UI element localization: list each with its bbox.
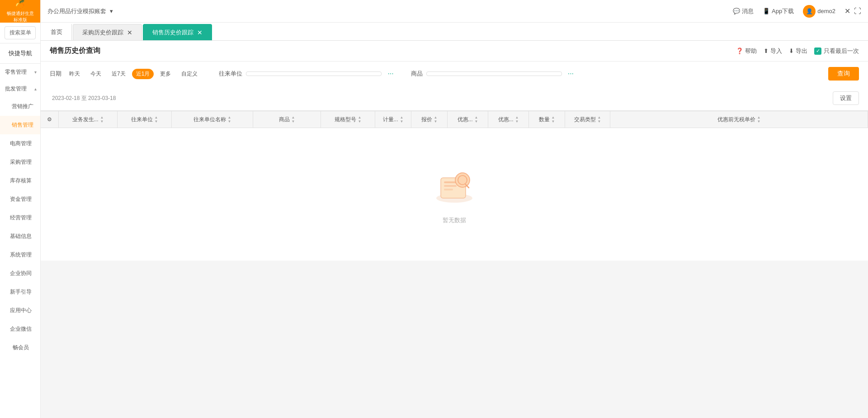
empty-illustration — [432, 164, 477, 209]
date-btn-today[interactable]: 今天 — [86, 69, 105, 79]
th-partner[interactable]: 往来单位 ▲▼ — [118, 111, 172, 128]
partner-input[interactable] — [246, 71, 382, 76]
sidebar-item-sales-mgmt[interactable]: 销售管理 — [0, 116, 40, 134]
filter-area: 日期 昨天 今天 近7天 近1月 更多 自定义 往来单位 ··· — [41, 62, 868, 111]
tab-sales-history[interactable]: 销售历史价跟踪 ✕ — [143, 24, 212, 40]
topbar-left: 办公用品行业模拟账套 ▾ — [47, 7, 113, 15]
th-gear[interactable]: ⚙ — [41, 111, 59, 128]
th-qty-label: 数量 — [539, 116, 550, 124]
th-trade[interactable]: 交易类型 ▲▼ — [565, 111, 610, 128]
sidebar-item-wechat[interactable]: 企业微信 — [0, 320, 40, 338]
partner-filter-label: 往来单位 — [219, 70, 242, 78]
date-btn-1month[interactable]: 近1月 — [132, 69, 154, 79]
th-spec[interactable]: 规格型号 ▲▼ — [321, 111, 375, 128]
tab-sales-close-icon[interactable]: ✕ — [197, 29, 203, 36]
export-icon: ⬇ — [789, 48, 794, 54]
window-controls: ✕ ⛶ — [844, 7, 861, 15]
sort-icon-unit: ▲▼ — [400, 116, 404, 124]
topbar-dropdown-button[interactable]: ▾ — [110, 8, 113, 14]
th-business[interactable]: 业务发生... ▲▼ — [59, 111, 118, 128]
sidebar-item-newbie-label: 新手引导 — [10, 288, 32, 296]
sidebar-item-operations[interactable]: 经营管理 — [0, 209, 40, 227]
sidebar-item-ecommerce-label: 电商管理 — [10, 140, 32, 147]
only-last-checkbox[interactable]: ✓ — [814, 48, 821, 55]
avatar: 👤 — [803, 5, 816, 18]
th-discount1[interactable]: 优惠... ▲▼ — [448, 111, 488, 128]
query-button[interactable]: 查询 — [828, 67, 859, 81]
sidebar-item-system[interactable]: 系统管理 — [0, 246, 40, 264]
sidebar-quick-nav: 快捷导航 — [0, 43, 40, 64]
username-label: demo2 — [817, 8, 835, 14]
tab-purchase-history[interactable]: 采购历史价跟踪 ✕ — [73, 24, 142, 40]
quick-nav-button[interactable]: 快捷导航 — [0, 46, 40, 61]
partner-filter: 往来单位 ··· — [219, 70, 393, 78]
sort-icon-trade: ▲▼ — [598, 116, 601, 124]
th-pretax-label: 优惠前无税单价 — [717, 116, 755, 124]
date-btn-yesterday[interactable]: 昨天 — [65, 69, 84, 79]
th-price[interactable]: 报价 ▲▼ — [411, 111, 448, 128]
product-input[interactable] — [426, 71, 562, 76]
sidebar-item-wholesale[interactable]: 批发管理 ▴ — [0, 81, 40, 97]
sidebar-item-ecommerce[interactable]: 电商管理 — [0, 134, 40, 153]
th-price-label: 报价 — [421, 116, 432, 124]
help-icon: ❓ — [736, 48, 743, 54]
only-last-checkbox-label[interactable]: ✓ 只看最后一次 — [814, 47, 859, 55]
avatar-icon: 👤 — [806, 8, 813, 14]
th-unit[interactable]: 计量... ▲▼ — [375, 111, 411, 128]
th-discount1-label: 优惠... — [458, 116, 473, 124]
import-button[interactable]: ⬆ 导入 — [764, 47, 782, 55]
date-btn-more[interactable]: 更多 — [156, 69, 175, 79]
th-partner-name[interactable]: 往来单位名称 ▲▼ — [172, 111, 253, 128]
sidebar-item-membership[interactable]: 畅会员 — [0, 338, 40, 357]
maximize-window-button[interactable]: ⛶ — [854, 7, 861, 15]
close-window-button[interactable]: ✕ — [844, 7, 850, 15]
app-logo[interactable]: 🍊 畅捷通好生意 标准版 — [0, 0, 40, 23]
th-product[interactable]: 商品 ▲▼ — [253, 111, 321, 128]
app-download-label: App下载 — [772, 7, 794, 15]
setting-button[interactable]: 设置 — [833, 91, 859, 105]
message-button[interactable]: 💬 消息 — [733, 7, 754, 15]
sidebar-item-basic[interactable]: 基础信息 — [0, 227, 40, 246]
sidebar-item-retail[interactable]: 零售管理 ▾ — [0, 64, 40, 81]
logo-icon: 🍊 — [14, 0, 26, 10]
main-area: 办公用品行业模拟账套 ▾ 💬 消息 📱 App下载 👤 demo2 ✕ ⛶ — [41, 0, 868, 418]
tabs-bar: 首页 采购历史价跟踪 ✕ 销售历史价跟踪 ✕ — [41, 23, 868, 41]
app-download-button[interactable]: 📱 App下载 — [763, 7, 794, 15]
th-pretax[interactable]: 优惠前无税单价 ▲▼ — [610, 111, 868, 128]
sidebar-item-enterprise-label: 企业协同 — [10, 270, 32, 277]
product-dots[interactable]: ··· — [568, 70, 574, 78]
message-icon: 💬 — [733, 8, 740, 14]
th-discount2[interactable]: 优惠... ▲▼ — [488, 111, 529, 128]
sort-icon-discount1: ▲▼ — [475, 116, 478, 124]
sidebar-item-enterprise[interactable]: 企业协同 — [0, 264, 40, 283]
search-menu-button[interactable]: 搜索菜单 — [5, 26, 36, 39]
sort-icon-discount2: ▲▼ — [515, 116, 519, 124]
partner-dots[interactable]: ··· — [387, 70, 393, 78]
empty-icon — [432, 164, 477, 209]
export-button[interactable]: ⬇ 导出 — [789, 47, 807, 55]
date-btn-custom[interactable]: 自定义 — [177, 69, 202, 79]
th-partner-label: 往来单位 — [131, 116, 153, 124]
tab-home[interactable]: 首页 — [42, 24, 72, 40]
tab-purchase-close-icon[interactable]: ✕ — [127, 29, 132, 36]
th-qty[interactable]: 数量 ▲▼ — [529, 111, 565, 128]
user-area[interactable]: 👤 demo2 — [803, 5, 835, 18]
sidebar-item-basic-label: 基础信息 — [10, 233, 32, 240]
sort-icon-partner: ▲▼ — [155, 116, 158, 124]
sidebar-item-newbie[interactable]: 新手引导 — [0, 283, 40, 301]
th-spec-label: 规格型号 — [335, 116, 356, 124]
export-label: 导出 — [796, 47, 807, 55]
sidebar-item-purchase[interactable]: 采购管理 — [0, 153, 40, 171]
sidebar-item-marketing[interactable]: 营销推广 — [0, 97, 40, 116]
help-button[interactable]: ❓ 帮助 — [736, 47, 757, 55]
sidebar-search-area: 搜索菜单 — [0, 23, 40, 43]
sidebar-item-apps-label: 应用中心 — [10, 307, 32, 314]
sidebar-item-finance[interactable]: 资金管理 — [0, 190, 40, 209]
logo-text: 畅捷通好生意 — [7, 10, 34, 17]
chevron-down-icon: ▾ — [34, 70, 37, 75]
date-btn-7days[interactable]: 近7天 — [108, 69, 130, 79]
page-header-actions: ❓ 帮助 ⬆ 导入 ⬇ 导出 ✓ 只看最后一次 — [736, 47, 859, 55]
tab-sales-history-label: 销售历史价跟踪 — [152, 28, 193, 37]
sidebar-item-inventory[interactable]: 库存核算 — [0, 171, 40, 190]
sidebar-item-apps[interactable]: 应用中心 — [0, 301, 40, 320]
